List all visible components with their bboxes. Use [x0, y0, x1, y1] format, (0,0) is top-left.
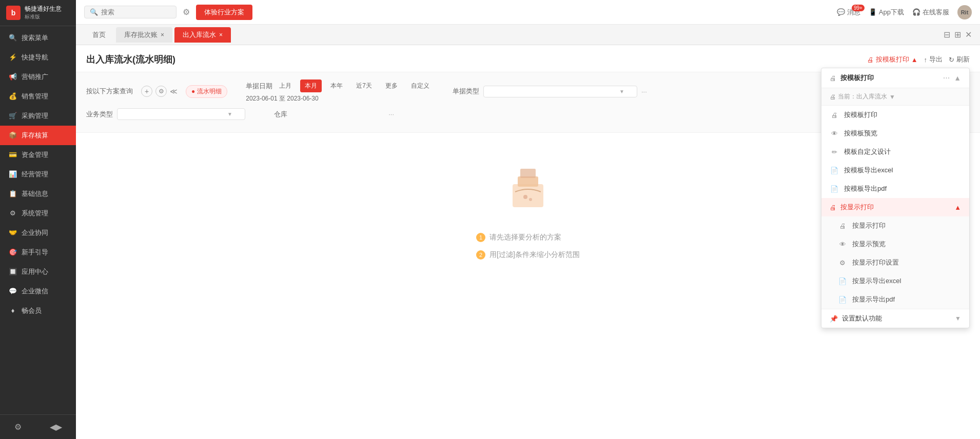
- sidebar-item-sales[interactable]: 💰 销售管理: [0, 87, 76, 106]
- dropdown-item-template-export-pdf[interactable]: 📄 按模板导出pdf: [821, 179, 969, 198]
- dropdown-item-set-default[interactable]: 📌 设置默认功能 ▼: [821, 309, 969, 328]
- settings-gear-icon[interactable]: ⚙: [183, 7, 190, 17]
- tab-batch-account[interactable]: 库存批次账 ×: [116, 27, 172, 43]
- headset-icon: 🎧: [912, 8, 920, 16]
- sidebar-item-basic-info[interactable]: 📋 基础信息: [0, 184, 76, 204]
- sidebar-item-search[interactable]: 🔍 搜索菜单: [0, 28, 76, 48]
- dropdown-more-icon[interactable]: ···: [943, 73, 950, 83]
- chevron-down-icon: ▼: [889, 93, 895, 101]
- message-badge[interactable]: 💬 消息 99+: [837, 8, 860, 17]
- dropdown-item-display-print[interactable]: 🖨 按显示打印: [830, 216, 969, 235]
- sidebar-item-finance[interactable]: 💳 资金管理: [0, 145, 76, 165]
- print-icon: 🖨: [830, 111, 839, 119]
- dropdown-item-display-export-excel[interactable]: 📄 按显示导出excel: [830, 272, 969, 290]
- page-content: 出入库流水(流水明细) 🖨 按模板打印 ▲ ↑ 导出 ↻ 刷新: [76, 45, 980, 439]
- selected-filter-tag[interactable]: ● 流水明细: [186, 85, 227, 98]
- bell-icon: 💬: [837, 8, 845, 16]
- date-btn-this-month[interactable]: 本月: [300, 79, 322, 92]
- empty-tips: 1 请先选择要分析的方案 2 用[过滤]条件来缩小分析范围: [476, 233, 580, 264]
- export-icon: ↑: [924, 56, 928, 64]
- sidebar-item-purchase[interactable]: 🛒 采购管理: [0, 106, 76, 126]
- maximize-icon[interactable]: ⊞: [954, 30, 961, 39]
- minimize-icon[interactable]: ⊟: [944, 30, 950, 39]
- dropdown-up-icon[interactable]: ▲: [954, 74, 961, 82]
- dropdown-item-template-customize[interactable]: ✏ 模板自定义设计: [821, 143, 969, 161]
- date-btn-this-year[interactable]: 本年: [326, 79, 347, 92]
- sidebar-item-operations[interactable]: 📊 经营管理: [0, 165, 76, 184]
- dropdown-template-header: 🖨 按模板打印 ··· ▲: [821, 68, 969, 88]
- empty-tip-1: 1 请先选择要分析的方案: [476, 233, 580, 242]
- bill-type-label: 单据类型: [453, 87, 479, 96]
- close-window-icon[interactable]: ✕: [965, 30, 972, 39]
- sidebar-collapse-btn[interactable]: ◀▶: [47, 419, 65, 435]
- dropdown-item-display-export-pdf[interactable]: 📄 按显示导出pdf: [830, 290, 969, 309]
- sidebar-item-vip[interactable]: ♦ 畅会员: [0, 301, 76, 321]
- empty-tip-2: 2 用[过滤]条件来缩小分析范围: [476, 250, 580, 260]
- sidebar: b 畅捷通好生意 标准版 🔍 搜索菜单 ⚡ 快捷导航 📢 营销推广 💰 销售管理…: [0, 0, 76, 439]
- design-icon: ✏: [830, 148, 839, 156]
- grid-icon: 🔲: [8, 268, 17, 275]
- search-input[interactable]: [101, 8, 163, 16]
- date-filter-buttons: 上月 本月 本年 近7天 更多 自定义: [275, 79, 434, 92]
- chevron-down-icon: ▼: [619, 89, 624, 94]
- dropdown-item-template-export-excel[interactable]: 📄 按模板导出excel: [821, 161, 969, 179]
- user-avatar[interactable]: Rit: [957, 5, 972, 19]
- sidebar-item-wechat[interactable]: 💬 企业微信: [0, 282, 76, 301]
- svg-point-4: [529, 198, 532, 201]
- dropdown-item-template-preview[interactable]: 👁 按模板预览: [821, 124, 969, 143]
- filter-settings-btn[interactable]: ⚙: [155, 86, 167, 97]
- date-filter-group: 单据日期 上月 本月 本年 近7天 更多 自定义 2023-06-01 至 20…: [246, 79, 434, 103]
- export-btn[interactable]: ↑ 导出: [924, 55, 943, 64]
- sidebar-item-marketing[interactable]: 📢 营销推广: [0, 67, 76, 87]
- solution-button[interactable]: 体验行业方案: [196, 5, 252, 20]
- warehouse-group: 仓库 ···: [274, 110, 394, 119]
- box-icon: 📦: [8, 131, 17, 139]
- tab-flow[interactable]: 出入库流水 ×: [174, 27, 231, 43]
- refresh-btn[interactable]: ↻ 刷新: [949, 55, 970, 64]
- chevron-down-icon: ▼: [227, 111, 232, 117]
- sidebar-settings-btn[interactable]: ⚙: [11, 419, 25, 435]
- dropdown-item-display-print-settings[interactable]: ⚙ 按显示打印设置: [830, 253, 969, 272]
- topbar-search-box[interactable]: 🔍: [84, 6, 177, 18]
- tab-home[interactable]: 首页: [84, 27, 114, 43]
- bill-type-select[interactable]: ▼: [483, 86, 637, 97]
- dropdown-item-template-print[interactable]: 🖨 按模板打印: [821, 106, 969, 124]
- message-count: 99+: [852, 5, 865, 11]
- sidebar-item-guide[interactable]: 🎯 新手引导: [0, 243, 76, 262]
- brand-name: 畅捷通好生意: [25, 5, 62, 13]
- printer-icon: 🖨: [830, 74, 836, 82]
- warehouse-more-btn[interactable]: ···: [291, 110, 394, 118]
- date-btn-custom[interactable]: 自定义: [406, 79, 434, 92]
- more-options-icon[interactable]: ···: [641, 88, 647, 95]
- filter-add-btn[interactable]: +: [141, 86, 152, 97]
- sidebar-item-system[interactable]: ⚙ 系统管理: [0, 204, 76, 223]
- chevron-up-icon: ▲: [954, 204, 961, 211]
- dropdown-item-display-preview[interactable]: 👁 按显示预览: [830, 235, 969, 253]
- sidebar-item-enterprise[interactable]: 🤝 企业协同: [0, 223, 76, 243]
- pdf-icon: 📄: [830, 185, 839, 193]
- date-btn-7days[interactable]: 近7天: [351, 79, 377, 92]
- sidebar-nav: 🔍 搜索菜单 ⚡ 快捷导航 📢 营销推广 💰 销售管理 🛒 采购管理 📦 库存核…: [0, 26, 76, 414]
- tab-batch-account-close[interactable]: ×: [161, 31, 164, 38]
- date-btn-last-month[interactable]: 上月: [275, 79, 296, 92]
- dropdown-display-section-header[interactable]: 🖨 按显示打印 ▲: [821, 198, 969, 216]
- app-download-label: App下载: [879, 8, 904, 17]
- target-icon: 🎯: [8, 248, 17, 256]
- business-type-select[interactable]: ▼: [117, 108, 245, 120]
- sidebar-item-inventory[interactable]: 📦 库存核算: [0, 126, 76, 145]
- excel-icon: 📄: [830, 167, 839, 174]
- print-template-btn[interactable]: 🖨 按模板打印 ▲: [867, 55, 918, 64]
- print-icon: 🖨: [838, 222, 847, 230]
- sidebar-bottom: ⚙ ◀▶: [0, 414, 76, 439]
- excel-icon: 📄: [838, 277, 847, 285]
- date-btn-more[interactable]: 更多: [381, 79, 402, 92]
- sidebar-item-app-center[interactable]: 🔲 应用中心: [0, 262, 76, 282]
- tab-flow-close[interactable]: ×: [219, 31, 223, 38]
- filter-collapse-btn[interactable]: ≪: [170, 87, 178, 95]
- online-service-btn[interactable]: 🎧 在线客服: [912, 8, 949, 17]
- sidebar-item-quick-nav[interactable]: ⚡ 快捷导航: [0, 48, 76, 67]
- app-download-btn[interactable]: 📱 App下载: [869, 8, 904, 17]
- topbar-right: 💬 消息 99+ 📱 App下载 🎧 在线客服 Rit: [837, 5, 972, 19]
- topbar: 🔍 ⚙ 体验行业方案 💬 消息 99+ 📱 App下载 🎧 在线客服 Rit: [76, 0, 980, 25]
- version-label: 标准版: [25, 13, 62, 21]
